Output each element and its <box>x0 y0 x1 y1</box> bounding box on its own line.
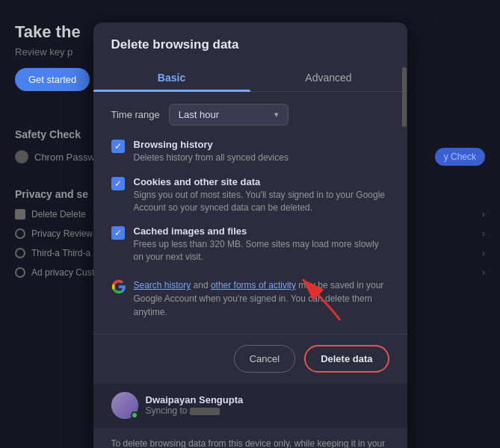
checkbox-cached-text: Cached images and files Frees up less th… <box>134 225 389 264</box>
time-range-select[interactable]: Last hour ▾ <box>169 104 288 125</box>
checkbox-browsing-history: ✓ Browsing history Deletes history from … <box>111 139 389 164</box>
checkbox-browsing-history-input[interactable]: ✓ <box>111 140 125 153</box>
status-dot <box>131 411 138 419</box>
google-info-row: Search history and other forms of activi… <box>111 276 389 319</box>
cancel-button[interactable]: Cancel <box>234 345 295 373</box>
sync-email-redacted <box>190 408 220 415</box>
delete-data-button[interactable]: Delete data <box>304 345 389 373</box>
modal-backdrop: Delete browsing data Basic Advanced Time… <box>0 0 500 448</box>
checkbox-title: Browsing history <box>134 139 389 150</box>
time-range-label: Time range <box>111 109 160 120</box>
bottom-info: To delete browsing data from this device… <box>93 428 407 448</box>
checkmark-icon: ✓ <box>114 228 122 237</box>
bottom-info-prefix: To delete browsing data from this device… <box>111 438 386 448</box>
modal-body: Time range Last hour ▾ ✓ Browsing histor… <box>93 92 407 334</box>
avatar-wrap <box>111 392 138 419</box>
checkbox-cookies: ✓ Cookies and other site data Signs you … <box>111 176 389 214</box>
account-name: Dwaipayan Sengupta <box>146 394 389 405</box>
delete-browsing-data-modal: Delete browsing data Basic Advanced Time… <box>93 22 407 448</box>
google-info-middle: and <box>194 280 211 290</box>
scrollbar-track[interactable] <box>401 60 407 284</box>
other-forms-link[interactable]: other forms of activity <box>211 280 296 290</box>
checkbox-title: Cookies and other site data <box>134 176 389 187</box>
google-info-text: Search history and other forms of activi… <box>134 279 389 319</box>
modal-tabs: Basic Advanced <box>93 64 407 92</box>
modal-footer: Cancel Delete data <box>93 334 407 383</box>
checkbox-description: Frees up less than 320 MB. Some sites ma… <box>134 238 389 264</box>
checkbox-cached-input[interactable]: ✓ <box>111 226 125 240</box>
google-logo <box>111 279 126 294</box>
checkbox-description: Deletes history from all synced devices <box>134 152 389 164</box>
checkbox-title: Cached images and files <box>134 225 389 237</box>
time-range-row: Time range Last hour ▾ <box>111 104 389 125</box>
checkbox-browsing-history-text: Browsing history Deletes history from al… <box>134 139 389 164</box>
checkmark-icon: ✓ <box>114 179 122 188</box>
tab-basic[interactable]: Basic <box>93 64 250 91</box>
checkbox-description: Signs you out of most sites. You'll stay… <box>134 189 389 214</box>
sync-prefix: Syncing to <box>146 405 188 416</box>
tab-advanced[interactable]: Advanced <box>250 64 407 91</box>
search-history-link[interactable]: Search history <box>134 280 191 290</box>
checkbox-cached: ✓ Cached images and files Frees up less … <box>111 225 389 264</box>
checkmark-icon: ✓ <box>114 142 122 151</box>
checkbox-cookies-input[interactable]: ✓ <box>111 177 125 190</box>
chevron-down-icon: ▾ <box>274 110 279 119</box>
account-sync: Syncing to <box>146 405 389 416</box>
account-bar: Dwaipayan Sengupta Syncing to <box>93 383 407 428</box>
account-info: Dwaipayan Sengupta Syncing to <box>146 394 389 416</box>
time-range-value: Last hour <box>179 109 219 120</box>
modal-title: Delete browsing data <box>93 22 407 52</box>
checkbox-cookies-text: Cookies and other site data Signs you ou… <box>134 176 389 214</box>
